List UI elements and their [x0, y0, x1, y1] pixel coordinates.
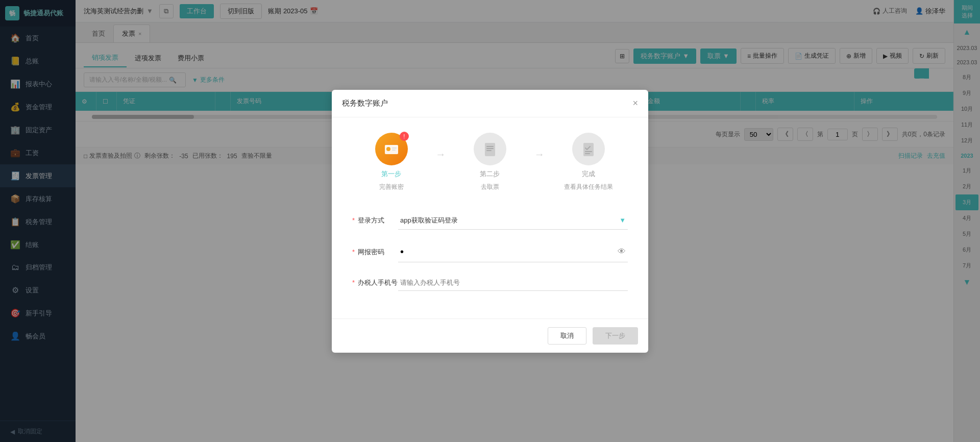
- dialog-close-button[interactable]: ×: [632, 98, 638, 109]
- tax-phone-input[interactable]: [398, 275, 628, 291]
- required-mark-2: *: [352, 248, 355, 256]
- step-3-desc: 查看具体任务结果: [564, 183, 613, 191]
- login-method-label: * 登录方式: [352, 216, 398, 225]
- step-arrow-1: →: [435, 149, 446, 160]
- svg-rect-7: [486, 148, 494, 149]
- dialog-title: 税务数字账户: [342, 99, 388, 108]
- svg-rect-3: [392, 150, 396, 151]
- steps-indicator: ! 第一步 完善账密 →: [352, 133, 628, 191]
- step-3-icon: [572, 133, 605, 165]
- password-toggle-icon[interactable]: 👁: [618, 247, 626, 256]
- svg-rect-9: [583, 143, 594, 156]
- dialog-body: ! 第一步 完善账密 →: [332, 117, 648, 318]
- modal-overlay: 税务数字账户 ×: [0, 0, 980, 442]
- svg-rect-6: [486, 146, 494, 147]
- step-2-icon: [474, 133, 506, 165]
- step-1-label: 第一步: [381, 169, 401, 179]
- login-method-field: * 登录方式 app获取验证码登录 ▼: [352, 212, 628, 230]
- invoice-icon: [482, 141, 498, 157]
- tax-phone-label: * 办税人手机号: [352, 278, 398, 287]
- svg-rect-2: [392, 148, 397, 149]
- net-password-field: * 网报密码 👁: [352, 242, 628, 262]
- id-card-icon: [383, 141, 400, 157]
- login-method-select[interactable]: app获取验证码登录 ▼: [398, 212, 628, 230]
- next-button[interactable]: 下一步: [593, 327, 638, 345]
- tax-phone-field: * 办税人手机号: [352, 275, 628, 291]
- tax-digital-dialog: 税务数字账户 ×: [332, 90, 648, 353]
- password-field-container: 👁: [398, 242, 628, 262]
- step-2: 第二步 去取票: [451, 133, 529, 191]
- net-password-input[interactable]: [400, 246, 618, 258]
- dialog-header: 税务数字账户 ×: [332, 90, 648, 117]
- dialog-footer: 取消 下一步: [332, 318, 648, 353]
- svg-rect-5: [485, 143, 495, 156]
- cancel-button[interactable]: 取消: [548, 327, 586, 345]
- step-1-icon: !: [375, 133, 408, 165]
- step-1: ! 第一步 完善账密: [352, 133, 430, 191]
- svg-rect-4: [385, 145, 398, 147]
- step-1-badge: !: [400, 132, 409, 141]
- step-1-desc: 完善账密: [379, 183, 404, 191]
- step-arrow-2: →: [534, 149, 545, 160]
- net-password-label: * 网报密码: [352, 248, 398, 257]
- checklist-icon: [580, 141, 597, 157]
- step-3: 完成 查看具体任务结果: [550, 133, 628, 191]
- svg-rect-10: [585, 151, 592, 152]
- step-3-label: 完成: [582, 169, 595, 179]
- svg-point-1: [386, 147, 390, 151]
- required-mark: *: [352, 216, 355, 224]
- svg-rect-11: [585, 153, 590, 154]
- svg-rect-8: [486, 150, 492, 151]
- step-2-desc: 去取票: [481, 183, 499, 191]
- select-arrow-icon: ▼: [619, 216, 626, 224]
- required-mark-3: *: [352, 279, 355, 286]
- step-2-label: 第二步: [480, 169, 500, 179]
